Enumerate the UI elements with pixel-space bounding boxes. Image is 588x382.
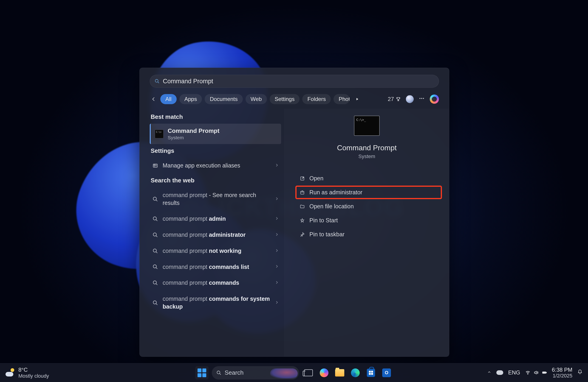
task-view-button[interactable]	[302, 367, 315, 379]
filter-all[interactable]: All	[160, 94, 177, 104]
chevron-right-icon	[275, 264, 279, 269]
clock[interactable]: 6:38 PM 1/2/2025	[552, 367, 572, 379]
chevron-right-icon	[275, 216, 279, 221]
web-result-label: command prompt commands for system backu…	[163, 295, 271, 311]
pin-start-icon	[299, 218, 305, 223]
filter-settings[interactable]: Settings	[270, 94, 300, 104]
svg-point-13	[153, 249, 156, 252]
edge-app[interactable]	[349, 367, 361, 379]
tray-overflow-button[interactable]	[487, 370, 491, 376]
web-result-5[interactable]: command prompt commands	[150, 275, 281, 291]
filters-scroll-right[interactable]	[353, 97, 361, 101]
clock-date: 1/2/2025	[552, 373, 572, 379]
run-admin-icon	[299, 190, 305, 195]
svg-line-16	[156, 268, 158, 269]
chevron-right-icon	[275, 300, 279, 305]
action-pin-taskbar[interactable]: Pin to taskbar	[296, 228, 441, 240]
settings-result-label: Manage app execution aliases	[163, 162, 271, 170]
heading-settings: Settings	[151, 147, 280, 154]
web-result-label: command prompt commands list	[163, 263, 271, 271]
best-match-title: Command Prompt	[168, 127, 219, 134]
wifi-icon	[525, 370, 530, 375]
svg-line-14	[156, 252, 158, 253]
weather-widget[interactable]: 8°C Mostly cloudy	[5, 367, 49, 379]
back-button[interactable]	[150, 95, 158, 103]
web-result-2[interactable]: command prompt administrator	[150, 227, 281, 243]
copilot-button[interactable]	[430, 95, 439, 104]
settings-app-icon	[152, 163, 158, 168]
heading-search-web: Search the web	[151, 177, 280, 184]
more-options-button[interactable]	[419, 96, 425, 103]
rewards-points: 27	[388, 96, 394, 102]
best-match-result[interactable]: Command Prompt System	[150, 124, 281, 144]
web-result-4[interactable]: command prompt commands list	[150, 259, 281, 275]
system-tray[interactable]	[525, 370, 547, 375]
language-indicator[interactable]: ENG	[508, 369, 520, 376]
filter-documents[interactable]: Documents	[205, 94, 243, 104]
onedrive-tray-icon[interactable]	[496, 370, 503, 375]
svg-line-20	[156, 304, 158, 305]
chevron-right-icon	[275, 163, 279, 168]
action-label: Pin to taskbar	[309, 231, 345, 238]
weather-icon	[5, 368, 15, 377]
volume-icon	[534, 370, 539, 375]
filter-folders[interactable]: Folders	[302, 94, 331, 104]
filter-apps[interactable]: Apps	[179, 94, 202, 104]
svg-rect-28	[543, 372, 545, 373]
svg-point-7	[153, 197, 156, 200]
chevron-right-icon	[275, 232, 279, 237]
rewards-button[interactable]: 27	[388, 96, 401, 102]
svg-line-24	[220, 374, 221, 375]
heading-best-match: Best match	[151, 113, 280, 120]
notifications-button[interactable]	[577, 369, 583, 376]
search-bar[interactable]	[150, 75, 439, 88]
search-input[interactable]	[163, 78, 434, 85]
action-open-loc[interactable]: Open file location	[296, 200, 441, 212]
web-result-3[interactable]: command prompt not working	[150, 243, 281, 259]
action-label: Pin to Start	[309, 217, 338, 224]
web-result-0[interactable]: command prompt - See more search results	[150, 187, 281, 211]
taskbar-search-label: Search	[225, 369, 243, 376]
svg-line-12	[156, 236, 158, 237]
web-result-label: command prompt admin	[163, 215, 271, 223]
weather-temp: 8°C	[18, 367, 49, 373]
action-label: Open file location	[309, 203, 354, 210]
svg-point-17	[153, 281, 156, 284]
svg-point-3	[421, 98, 422, 99]
weather-desc: Mostly cloudy	[18, 373, 49, 379]
svg-line-18	[156, 284, 158, 285]
filter-web[interactable]: Web	[246, 94, 267, 104]
action-open[interactable]: Open	[296, 172, 441, 185]
pin-taskbar-icon	[299, 232, 305, 237]
bell-icon	[577, 369, 583, 374]
web-result-6[interactable]: command prompt commands for system backu…	[150, 291, 281, 315]
svg-rect-27	[546, 372, 546, 373]
filter-photos[interactable]: Photos	[334, 94, 350, 104]
svg-point-15	[153, 265, 156, 268]
outlook-app[interactable]: O	[380, 367, 393, 379]
web-result-1[interactable]: command prompt admin	[150, 211, 281, 227]
search-icon	[152, 248, 158, 254]
svg-rect-22	[301, 191, 304, 194]
account-avatar[interactable]	[406, 95, 414, 103]
svg-point-25	[527, 374, 528, 374]
action-run-admin[interactable]: Run as administrator	[296, 186, 441, 198]
svg-point-19	[153, 301, 156, 304]
taskbar-search[interactable]: Search	[212, 366, 299, 380]
chevron-right-icon	[275, 280, 279, 286]
search-icon	[152, 264, 158, 269]
command-prompt-icon	[155, 130, 164, 138]
copilot-app[interactable]	[318, 367, 330, 379]
search-icon	[152, 196, 158, 202]
start-button[interactable]	[195, 366, 209, 380]
action-pin-start[interactable]: Pin to Start	[296, 214, 441, 227]
best-match-subtitle: System	[168, 135, 219, 140]
file-explorer-app[interactable]	[334, 367, 346, 379]
web-result-label: command prompt administrator	[163, 231, 271, 239]
start-search-panel: All Apps Documents Web Settings Folders …	[139, 68, 449, 357]
svg-line-10	[156, 220, 158, 221]
web-result-label: command prompt not working	[163, 247, 271, 255]
microsoft-store-app[interactable]	[365, 367, 377, 379]
settings-result-aliases[interactable]: Manage app execution aliases	[150, 158, 281, 174]
search-icon	[152, 280, 158, 286]
